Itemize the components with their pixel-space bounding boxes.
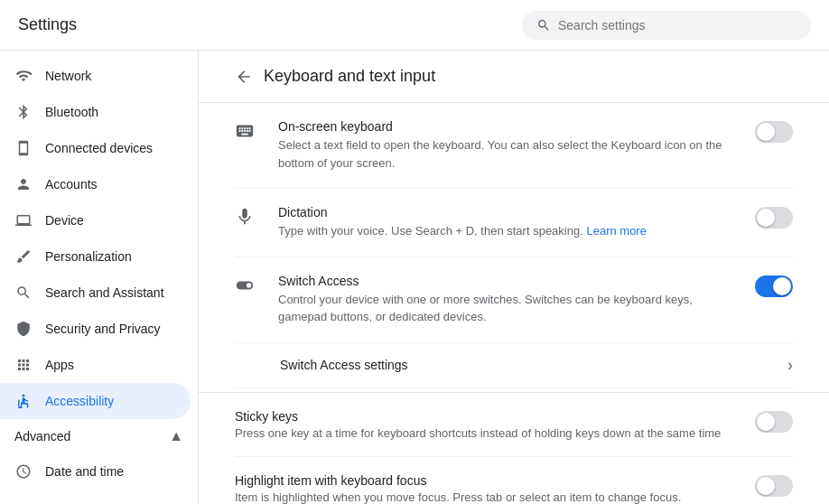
switch-access-desc: Control your device with one or more swi… [278, 291, 737, 326]
dictation-toggle-control[interactable] [755, 205, 793, 229]
app-title: Settings [18, 15, 77, 34]
sidebar-label-date-time: Date and time [45, 464, 124, 479]
dictation-text: Dictation Type with your voice. Use Sear… [278, 205, 737, 240]
keyboard-icon [235, 121, 255, 141]
chevron-right-icon: › [787, 356, 793, 375]
svg-point-0 [23, 395, 25, 397]
on-screen-keyboard-toggle[interactable] [755, 121, 793, 143]
switch-icon-col [235, 274, 260, 295]
keyboard-icon-col [235, 119, 260, 141]
highlight-keyboard-focus-name: Highlight item with keyboard focus [235, 473, 755, 488]
sidebar-label-security-privacy: Security and Privacy [45, 322, 161, 336]
apps-icon [14, 356, 33, 374]
sidebar-advanced-section[interactable]: Advanced ▲ [0, 419, 198, 453]
sidebar-item-apps[interactable]: Apps [0, 347, 191, 383]
sidebar-item-security-privacy[interactable]: Security and Privacy [0, 311, 191, 347]
accessibility-icon [14, 392, 33, 410]
on-screen-keyboard-name: On-screen keyboard [278, 119, 737, 134]
settings-section-with-icons: On-screen keyboard Select a text field t… [199, 103, 829, 388]
sticky-keys-desc: Press one key at a time for keyboard sho… [235, 426, 755, 440]
devices-icon [14, 139, 33, 157]
on-screen-keyboard-toggle-control[interactable] [755, 119, 793, 143]
app-header: Settings [0, 0, 829, 51]
sidebar-item-personalization[interactable]: Personalization [0, 238, 191, 275]
search-nav-icon [14, 284, 33, 302]
sidebar: Network Bluetooth Connected devices Acco… [0, 51, 199, 504]
dictation-learn-more-link[interactable]: Learn more [586, 224, 646, 238]
switch-access-icon [235, 275, 255, 295]
highlight-keyboard-focus-text: Highlight item with keyboard focus Item … [235, 473, 755, 504]
person-icon [14, 175, 33, 193]
dictation-name: Dictation [278, 205, 737, 219]
switch-access-toggle[interactable] [755, 275, 793, 297]
laptop-icon [14, 211, 33, 229]
setting-on-screen-keyboard: On-screen keyboard Select a text field t… [235, 103, 793, 189]
back-arrow-icon [235, 68, 253, 86]
highlight-keyboard-focus-toggle-control[interactable] [755, 473, 793, 497]
sticky-keys-toggle[interactable] [755, 411, 793, 433]
shield-icon [14, 320, 33, 338]
setting-highlight-keyboard-focus: Highlight item with keyboard focus Item … [235, 457, 793, 505]
sidebar-item-bluetooth[interactable]: Bluetooth [0, 94, 191, 130]
mic-icon-col [235, 205, 260, 227]
sidebar-item-connected-devices[interactable]: Connected devices [0, 130, 191, 166]
brush-icon [14, 247, 33, 266]
bluetooth-icon [14, 103, 33, 121]
sidebar-label-apps: Apps [45, 358, 74, 372]
wifi-icon [14, 67, 33, 85]
toggle-thumb [757, 413, 775, 431]
page-header: Keyboard and text input [199, 51, 829, 103]
settings-section-simple: Sticky keys Press one key at a time for … [199, 392, 829, 505]
sidebar-label-accessibility: Accessibility [45, 394, 114, 408]
sticky-keys-text: Sticky keys Press one key at a time for … [235, 409, 755, 440]
on-screen-keyboard-text: On-screen keyboard Select a text field t… [278, 119, 737, 172]
mic-icon [235, 207, 255, 227]
toggle-thumb [757, 477, 775, 495]
sticky-keys-name: Sticky keys [235, 409, 755, 424]
dictation-desc: Type with your voice. Use Search + D, th… [278, 222, 737, 240]
toggle-thumb [773, 277, 791, 295]
main-layout: Network Bluetooth Connected devices Acco… [0, 51, 829, 504]
highlight-keyboard-focus-desc: Item is highlighted when you move focus.… [235, 490, 755, 504]
setting-dictation: Dictation Type with your voice. Use Sear… [235, 189, 793, 257]
sidebar-label-device: Device [45, 213, 84, 228]
advanced-label: Advanced [14, 429, 70, 443]
sidebar-item-device[interactable]: Device [0, 202, 191, 238]
chevron-up-icon: ▲ [169, 428, 183, 444]
sticky-keys-toggle-control[interactable] [755, 409, 793, 433]
dictation-toggle[interactable] [755, 207, 793, 229]
page-title: Keyboard and text input [264, 67, 435, 86]
switch-access-toggle-control[interactable] [755, 274, 793, 297]
sidebar-item-search-assistant[interactable]: Search and Assistant [0, 275, 191, 311]
sidebar-label-search-assistant: Search and Assistant [45, 285, 164, 300]
back-button[interactable] [235, 68, 253, 86]
on-screen-keyboard-desc: Select a text field to open the keyboard… [278, 136, 737, 172]
toggle-thumb [757, 123, 775, 141]
sidebar-label-personalization: Personalization [45, 249, 132, 264]
clock-icon [14, 462, 33, 481]
sidebar-item-date-time[interactable]: Date and time [0, 453, 191, 490]
switch-access-name: Switch Access [278, 274, 737, 288]
setting-sticky-keys: Sticky keys Press one key at a time for … [235, 393, 793, 457]
setting-switch-access: Switch Access Control your device with o… [235, 257, 793, 343]
search-bar[interactable] [522, 11, 811, 40]
search-input[interactable] [558, 18, 796, 33]
switch-access-settings-row[interactable]: Switch Access settings › [235, 343, 793, 388]
content-area: Keyboard and text input On-screen keyboa… [199, 51, 829, 504]
sidebar-label-bluetooth: Bluetooth [45, 105, 98, 119]
sidebar-item-network[interactable]: Network [0, 58, 191, 94]
switch-access-settings-label: Switch Access settings [280, 358, 787, 372]
sidebar-label-network: Network [45, 69, 91, 83]
search-icon [536, 18, 551, 33]
sidebar-label-accounts: Accounts [45, 177, 98, 191]
sidebar-item-accessibility[interactable]: Accessibility [0, 383, 191, 419]
toggle-thumb [757, 209, 775, 227]
sidebar-label-connected-devices: Connected devices [45, 141, 153, 155]
sidebar-item-accounts[interactable]: Accounts [0, 166, 191, 202]
switch-access-text: Switch Access Control your device with o… [278, 274, 737, 326]
highlight-keyboard-focus-toggle[interactable] [755, 475, 793, 497]
